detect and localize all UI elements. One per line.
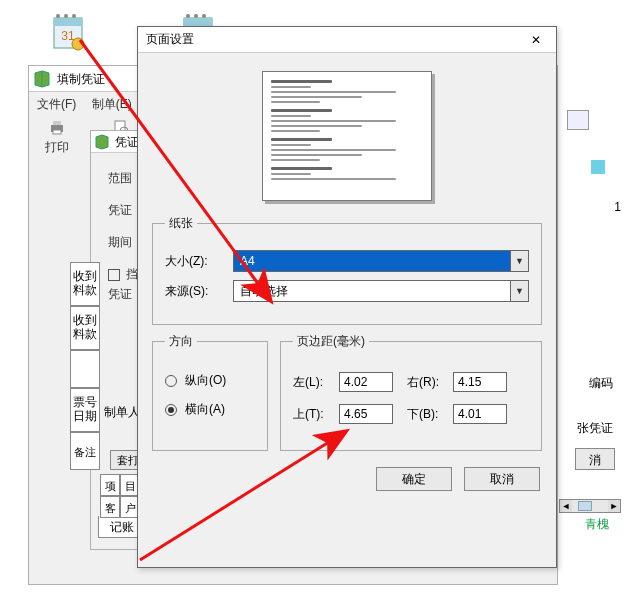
inner-title-text: 凭证 [115, 135, 139, 149]
right-code: 编码 [589, 375, 613, 392]
svg-rect-8 [184, 18, 212, 26]
print-icon [48, 119, 66, 137]
landscape-radio[interactable]: 横向(A) [165, 401, 255, 418]
right-toolbar [567, 110, 627, 134]
margin-left-label: 左(L): [293, 374, 339, 391]
radio-icon [165, 404, 177, 416]
ok-button[interactable]: 确定 [376, 467, 452, 491]
desktop-icon-a: 31 [44, 8, 92, 56]
form-labels-left: 范围 凭证 期间 挡 凭证 [108, 170, 138, 318]
close-icon: ✕ [531, 33, 541, 47]
margin-left-input[interactable] [339, 372, 393, 392]
cancel-button[interactable]: 取消 [464, 467, 540, 491]
row-rcv: 收到料款 [70, 262, 100, 306]
dialog-title: 页面设置 [146, 31, 194, 48]
margins-fieldset: 页边距(毫米) 左(L): 右(R): 上(T): 下(B): [280, 333, 542, 451]
margin-bottom-label: 下(B): [407, 406, 453, 423]
page-setup-dialog: 页面设置 ✕ 纸张 大小(Z): A4 ▼ 来源(S): 自动选择 ▼ [137, 26, 557, 568]
svg-point-4 [72, 14, 76, 18]
row-remark: 备注 [70, 432, 100, 470]
label-period: 期间 [108, 234, 138, 266]
toolbar-print-label: 打印 [45, 139, 69, 156]
row-blank [70, 350, 100, 388]
right-voucher: 张凭证 [577, 420, 613, 437]
source-label: 来源(S): [165, 283, 233, 300]
paper-legend: 纸张 [165, 215, 197, 232]
orientation-legend: 方向 [165, 333, 197, 350]
dialog-buttons: 确定 取消 [138, 459, 556, 505]
margin-top-label: 上(T): [293, 406, 339, 423]
toolbar-print[interactable]: 打印 [37, 119, 77, 156]
source-dropdown[interactable]: 自动选择 ▼ [233, 280, 529, 302]
size-dropdown[interactable]: A4 ▼ [233, 250, 529, 272]
svg-rect-1 [54, 18, 82, 26]
svg-point-9 [186, 14, 190, 18]
source-value: 自动选择 [234, 283, 510, 300]
window-title-text: 填制凭证 [57, 72, 105, 86]
scroll-left-icon[interactable]: ◄ [560, 500, 572, 512]
label-voucher: 凭证 [108, 202, 138, 234]
right-footer-text: 青槐 [585, 516, 609, 533]
label-maker: 制单人 [104, 404, 140, 426]
row-header-cells: 收到料款 收到料款 票号日期 备注 [70, 262, 100, 470]
landscape-label: 横向(A) [185, 401, 225, 418]
paper-fieldset: 纸张 大小(Z): A4 ▼ 来源(S): 自动选择 ▼ [152, 215, 542, 325]
menu-file[interactable]: 文件(F) [37, 97, 76, 111]
svg-point-11 [202, 14, 206, 18]
cell-cust: 客 [100, 496, 120, 518]
scroll-thumb[interactable] [578, 501, 592, 511]
right-cancel-button[interactable]: 消 [575, 448, 615, 470]
svg-point-2 [56, 14, 60, 18]
form-labels-2: 制单人 [104, 404, 140, 426]
size-value: A4 [234, 254, 510, 268]
chevron-down-icon: ▼ [510, 251, 528, 271]
svg-point-6 [72, 38, 84, 50]
cell-item: 项 [100, 474, 120, 496]
margin-top-input[interactable] [339, 404, 393, 424]
radio-icon [165, 375, 177, 387]
svg-rect-13 [53, 121, 61, 125]
svg-point-10 [194, 14, 198, 18]
close-button[interactable]: ✕ [524, 30, 548, 50]
dialog-titlebar: 页面设置 ✕ [138, 27, 556, 53]
margin-right-input[interactable] [453, 372, 507, 392]
book-icon [33, 70, 51, 88]
margin-bottom-input[interactable] [453, 404, 507, 424]
lock-checkbox[interactable] [108, 269, 120, 281]
label-voucher2: 凭证 [108, 286, 138, 318]
menu-make[interactable]: 制单(E) [92, 97, 132, 111]
orientation-fieldset: 方向 纵向(O) 横向(A) [152, 333, 268, 451]
right-chip-1[interactable] [567, 110, 589, 130]
right-one: 1 [614, 200, 621, 214]
size-label: 大小(Z): [165, 253, 233, 270]
margins-legend: 页边距(毫米) [293, 333, 369, 350]
right-chip [591, 160, 605, 174]
row-rcv2: 收到料款 [70, 306, 100, 350]
chevron-down-icon: ▼ [510, 281, 528, 301]
portrait-radio[interactable]: 纵向(O) [165, 372, 255, 389]
portrait-label: 纵向(O) [185, 372, 226, 389]
label-range: 范围 [108, 170, 138, 202]
margin-right-label: 右(R): [407, 374, 453, 391]
svg-rect-14 [53, 130, 61, 134]
row-small-grid: 项 目 客 户 [100, 474, 140, 518]
page-preview [262, 71, 432, 201]
book-icon [94, 134, 110, 150]
right-scrollbar[interactable]: ◄ ► [559, 499, 621, 513]
scroll-right-icon[interactable]: ► [608, 500, 620, 512]
row-ticket-date: 票号日期 [70, 388, 100, 432]
svg-point-3 [64, 14, 68, 18]
